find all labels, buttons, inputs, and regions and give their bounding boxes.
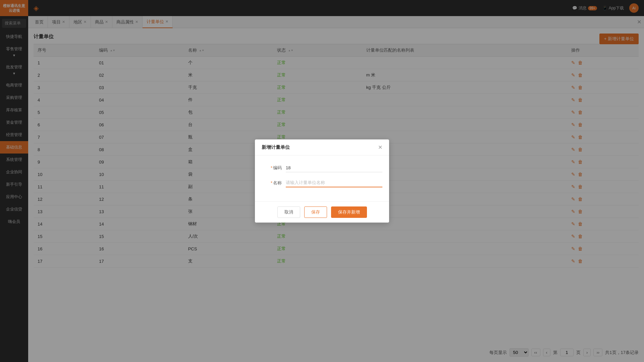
modal-overlay: 新增计量单位 ✕ *编码 *名称 取消 保存 保存并新增 (0, 0, 644, 362)
modal-header: 新增计量单位 ✕ (255, 139, 389, 156)
name-required-mark: * (271, 180, 272, 185)
code-required-mark: * (271, 165, 272, 170)
code-input[interactable] (286, 164, 382, 172)
name-label: *名称 (262, 180, 282, 186)
name-input[interactable] (286, 178, 382, 187)
cancel-button[interactable]: 取消 (277, 206, 300, 218)
save-button[interactable]: 保存 (304, 206, 327, 218)
add-unit-modal: 新增计量单位 ✕ *编码 *名称 取消 保存 保存并新增 (255, 139, 389, 223)
code-label: *编码 (262, 165, 282, 171)
save-and-new-button[interactable]: 保存并新增 (331, 206, 367, 218)
modal-close-button[interactable]: ✕ (378, 144, 382, 150)
code-form-row: *编码 (262, 164, 382, 172)
modal-body: *编码 *名称 (255, 156, 389, 201)
modal-title: 新增计量单位 (262, 144, 290, 150)
modal-footer: 取消 保存 保存并新增 (255, 201, 389, 223)
name-form-row: *名称 (262, 178, 382, 187)
